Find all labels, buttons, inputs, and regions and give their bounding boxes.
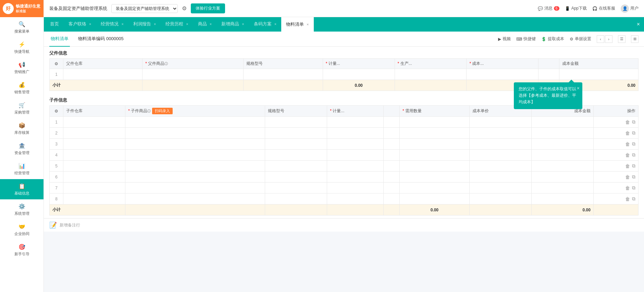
close-products-tab-icon[interactable]: × (210, 22, 212, 26)
child-unit-cost-cell-7[interactable] (469, 183, 531, 194)
settings-gear-icon[interactable]: ⚙ (182, 5, 187, 12)
extract-cost-link[interactable]: 💲 提取成本 (541, 36, 564, 42)
child-needed-qty-cell-4[interactable] (400, 150, 470, 161)
close-new-product-tab-icon[interactable]: × (242, 22, 244, 26)
user-menu[interactable]: 👤 用户 (621, 4, 639, 13)
child-needed-qty-cell-2[interactable] (400, 128, 470, 139)
sidebar-item-inventory[interactable]: 📦 库存核算 (0, 118, 44, 139)
child-needed-qty-cell-5[interactable] (400, 161, 470, 172)
tab-customers[interactable]: 客户联络 × (64, 17, 96, 32)
child-spec-cell-4[interactable] (265, 150, 327, 161)
child-unit-cost-cell-2[interactable] (469, 128, 531, 139)
tooltip-close-button[interactable]: × (577, 84, 580, 92)
parent-cost-cell[interactable] (467, 69, 538, 80)
add-note-label[interactable]: 新增备注行 (60, 222, 80, 228)
sidebar-item-quick-nav[interactable]: ⚡ 快捷导航 (0, 37, 44, 58)
sidebar-item-marketing[interactable]: 📢 营销推广 (0, 58, 44, 78)
close-customers-tab-icon[interactable]: × (89, 22, 91, 26)
tab-history[interactable]: 经营历程 × (161, 17, 193, 32)
prev-record-button[interactable]: ‹ (597, 35, 604, 43)
child-cost-amount-cell-6[interactable] (531, 172, 593, 183)
child-qty-cell-4[interactable] (327, 150, 383, 161)
delete-row-icon-4[interactable]: 🗑 (625, 152, 630, 158)
child-needed-qty-cell-3[interactable] (400, 139, 470, 150)
child-spec-cell-6[interactable] (265, 172, 327, 183)
tab-barcode[interactable]: 条码方案 × (249, 17, 281, 32)
child-unit-cost-cell-3[interactable] (469, 139, 531, 150)
child-spec-cell-3[interactable] (265, 139, 327, 150)
child-cost-amount-cell-1[interactable] (531, 117, 593, 128)
child-spec-cell-8[interactable] (265, 194, 327, 205)
sidebar-item-sales[interactable]: 💰 销售管理 (0, 78, 44, 98)
copy-row-icon-3[interactable]: ⧉ (632, 141, 635, 147)
parent-qty-cell[interactable] (323, 69, 395, 80)
delete-row-icon-3[interactable]: 🗑 (625, 141, 630, 147)
delete-row-icon-1[interactable]: 🗑 (625, 119, 630, 125)
expand-button[interactable]: ⊞ (631, 35, 639, 43)
child-product-cell-5[interactable] (125, 161, 265, 172)
child-warehouse-cell-1[interactable] (63, 117, 125, 128)
delete-row-icon-2[interactable]: 🗑 (625, 130, 630, 136)
delete-row-icon-5[interactable]: 🗑 (625, 163, 630, 169)
child-spec-cell-1[interactable] (265, 117, 327, 128)
parent-spec-cell[interactable] (244, 69, 323, 80)
child-needed-qty-cell-1[interactable] (400, 117, 470, 128)
child-warehouse-cell-4[interactable] (63, 150, 125, 161)
parent-cost-amount-cell[interactable] (559, 69, 638, 80)
child-cost-amount-cell-2[interactable] (531, 128, 593, 139)
delete-row-icon-7[interactable]: 🗑 (625, 185, 630, 191)
tab-bom[interactable]: 物料清单 × (281, 17, 313, 32)
child-product-cell-6[interactable] (125, 172, 265, 183)
close-barcode-tab-icon[interactable]: × (274, 22, 276, 26)
child-warehouse-cell-7[interactable] (63, 183, 125, 194)
single-settings-link[interactable]: ⚙ 单据设置 (570, 36, 591, 42)
child-product-cell-2[interactable] (125, 128, 265, 139)
child-cost-amount-cell-3[interactable] (531, 139, 593, 150)
close-operations-tab-icon[interactable]: × (121, 22, 123, 26)
copy-row-icon-8[interactable]: ⧉ (632, 196, 635, 202)
child-spec-cell-5[interactable] (265, 161, 327, 172)
close-bom-tab-icon[interactable]: × (307, 22, 309, 26)
child-product-cell-3[interactable] (125, 139, 265, 150)
parent-product-cell[interactable] (143, 69, 244, 80)
child-warehouse-cell-6[interactable] (63, 172, 125, 183)
child-warehouse-cell-5[interactable] (63, 161, 125, 172)
message-button[interactable]: 💬 消息 6 (538, 5, 559, 11)
child-qty-cell-7[interactable] (327, 183, 383, 194)
sidebar-item-system[interactable]: ⚙️ 系统管理 (0, 199, 44, 220)
sidebar-item-purchase[interactable]: 🛒 采购管理 (0, 98, 44, 118)
child-cost-amount-cell-8[interactable] (531, 194, 593, 205)
tab-profit[interactable]: 利润报告 × (128, 17, 161, 32)
app-download-button[interactable]: 📱 App下载 (565, 5, 587, 11)
sidebar-item-enterprise[interactable]: 🤝 企业协同 (0, 220, 44, 240)
child-product-cell-8[interactable] (125, 194, 265, 205)
sub-tab-bom-list[interactable]: 物料清单 (49, 32, 70, 47)
tab-home[interactable]: 首页 (45, 17, 64, 32)
tab-operations[interactable]: 经营情况 × (96, 17, 128, 32)
sidebar-item-finance[interactable]: 🏦 资金管理 (0, 139, 44, 159)
copy-row-icon-5[interactable]: ⧉ (632, 163, 635, 169)
list-view-button[interactable]: ☰ (618, 35, 626, 43)
delete-row-icon-8[interactable]: 🗑 (625, 196, 630, 202)
child-unit-cost-cell-1[interactable] (469, 117, 531, 128)
child-warehouse-cell-3[interactable] (63, 139, 125, 150)
tab-products[interactable]: 商品 × (193, 17, 216, 32)
child-needed-qty-cell-7[interactable] (400, 183, 470, 194)
child-qty-cell-5[interactable] (327, 161, 383, 172)
sidebar-item-basic-info[interactable]: 📋 基础信息 (0, 179, 44, 199)
child-cost-amount-cell-7[interactable] (531, 183, 593, 194)
sidebar-item-search[interactable]: 🔍 搜索菜单 (0, 17, 44, 37)
child-spec-cell-7[interactable] (265, 183, 327, 194)
child-cost-amount-cell-5[interactable] (531, 161, 593, 172)
online-service-button[interactable]: 🎧 在线客服 (592, 5, 615, 11)
child-qty-cell-1[interactable] (327, 117, 383, 128)
child-unit-cost-cell-5[interactable] (469, 161, 531, 172)
sub-tab-bom-code[interactable]: 物料清单编码 0000005 (77, 32, 125, 47)
next-record-button[interactable]: › (605, 35, 612, 43)
view-video-link[interactable]: ▶ 视频 (498, 36, 511, 42)
child-product-cell-4[interactable] (125, 150, 265, 161)
close-all-tabs-button[interactable]: × (634, 20, 643, 29)
parent-production-cell[interactable] (395, 69, 467, 80)
scan-input-button[interactable]: 扫码录入 (152, 108, 173, 114)
parent-warehouse-cell[interactable] (63, 69, 143, 80)
